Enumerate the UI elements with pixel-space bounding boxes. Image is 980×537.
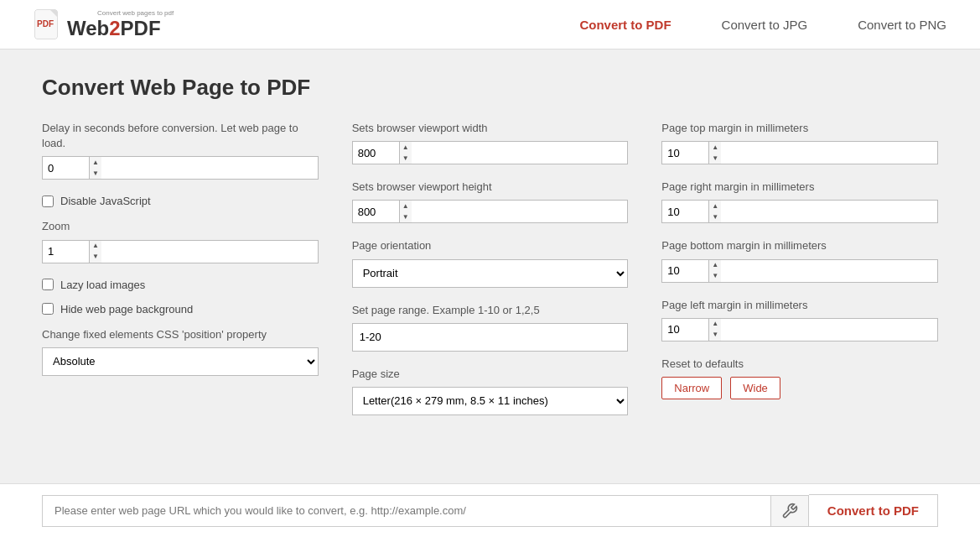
delay-increment[interactable]: ▲ bbox=[90, 157, 101, 168]
page-range-input[interactable]: 1-20 bbox=[352, 323, 629, 352]
right-margin-spinbox: ▲ ▼ bbox=[661, 200, 938, 223]
nav-convert-png[interactable]: Convert to PNG bbox=[858, 18, 946, 32]
page-range-label: Set page range. Example 1-10 or 1,2,5 bbox=[352, 303, 629, 318]
viewport-width-input[interactable] bbox=[353, 142, 399, 164]
col-1: Delay in seconds before conversion. Let … bbox=[42, 121, 319, 391]
nav-convert-jpg[interactable]: Convert to JPG bbox=[722, 18, 808, 32]
delay-label: Delay in seconds before conversion. Let … bbox=[42, 121, 319, 151]
reset-group: Reset to defaults Narrow Wide bbox=[661, 357, 938, 399]
right-margin-spin-btns: ▲ ▼ bbox=[708, 201, 721, 222]
hide-bg-label[interactable]: Hide web page background bbox=[60, 303, 193, 315]
zoom-input[interactable]: 1 bbox=[43, 241, 89, 263]
zoom-increment[interactable]: ▲ bbox=[90, 241, 101, 252]
zoom-label: Zoom bbox=[42, 219, 319, 234]
left-margin-input[interactable] bbox=[662, 319, 708, 341]
right-margin-label: Page right margin in millimeters bbox=[661, 180, 938, 195]
lazy-load-label[interactable]: Lazy load images bbox=[60, 279, 145, 291]
bottom-margin-spin-btns: ▲ ▼ bbox=[708, 260, 721, 282]
page-size-group: Page size Letter(216 × 279 mm, 8.5 × 11 … bbox=[352, 367, 629, 415]
lazy-load-checkbox[interactable] bbox=[42, 279, 54, 290]
viewport-height-spin-btns: ▲ ▼ bbox=[399, 201, 412, 222]
narrow-button[interactable]: Narrow bbox=[661, 377, 722, 399]
delay-spin-btns: ▲ ▼ bbox=[89, 157, 101, 179]
bottom-margin-spinbox: ▲ ▼ bbox=[661, 259, 938, 283]
hide-bg-checkbox[interactable] bbox=[42, 303, 54, 315]
disable-js-checkbox[interactable] bbox=[42, 196, 54, 207]
hide-bg-row: Hide web page background bbox=[42, 303, 319, 315]
delay-input[interactable]: 0 bbox=[43, 157, 89, 179]
lm-increment[interactable]: ▲ bbox=[709, 319, 721, 330]
page-size-label: Page size bbox=[352, 367, 629, 382]
viewport-width-label: Sets browser viewport width bbox=[352, 121, 629, 136]
left-margin-spin-btns: ▲ ▼ bbox=[708, 319, 721, 341]
orientation-select-wrap: Portrait Landscape bbox=[352, 259, 629, 288]
css-position-select-wrap: Absolute Static Relative Fixed bbox=[42, 347, 319, 376]
page-size-select[interactable]: Letter(216 × 279 mm, 8.5 × 11 inches) A4… bbox=[352, 387, 629, 415]
wide-button[interactable]: Wide bbox=[730, 377, 780, 399]
rm-decrement[interactable]: ▼ bbox=[709, 211, 721, 222]
reset-defaults: Narrow Wide bbox=[661, 377, 938, 399]
top-margin-group: Page top margin in millimeters ▲ ▼ bbox=[661, 121, 938, 164]
css-position-group: Change fixed elements CSS 'position' pro… bbox=[42, 327, 319, 376]
right-margin-group: Page right margin in millimeters ▲ ▼ bbox=[661, 180, 938, 223]
viewport-width-group: Sets browser viewport width ▲ ▼ bbox=[352, 121, 629, 164]
orientation-select[interactable]: Portrait Landscape bbox=[352, 259, 629, 288]
lazy-load-row: Lazy load images bbox=[42, 279, 319, 291]
col-3: Page top margin in millimeters ▲ ▼ Page … bbox=[661, 121, 938, 414]
delay-decrement[interactable]: ▼ bbox=[90, 168, 101, 179]
top-margin-input[interactable] bbox=[662, 142, 708, 164]
vw-increment[interactable]: ▲ bbox=[400, 142, 412, 153]
bottom-margin-group: Page bottom margin in millimeters ▲ ▼ bbox=[661, 238, 938, 282]
viewport-height-label: Sets browser viewport height bbox=[352, 180, 629, 195]
delay-spinbox: 0 ▲ ▼ bbox=[42, 156, 319, 180]
bottom-margin-label: Page bottom margin in millimeters bbox=[661, 238, 938, 253]
col-2: Sets browser viewport width ▲ ▼ Sets bro… bbox=[352, 121, 629, 430]
logo-tagline: Convert web pages to pdf bbox=[97, 9, 174, 17]
bm-increment[interactable]: ▲ bbox=[709, 260, 721, 271]
viewport-height-group: Sets browser viewport height ▲ ▼ bbox=[352, 180, 629, 223]
viewport-height-input[interactable] bbox=[353, 201, 399, 222]
bottom-margin-input[interactable] bbox=[662, 260, 708, 282]
right-margin-input[interactable] bbox=[662, 201, 708, 222]
page-range-group: Set page range. Example 1-10 or 1,2,5 1-… bbox=[352, 303, 629, 352]
top-margin-label: Page top margin in millimeters bbox=[661, 121, 938, 136]
left-margin-spinbox: ▲ ▼ bbox=[661, 318, 938, 341]
logo-pdf: PDF bbox=[121, 17, 161, 40]
delay-group: Delay in seconds before conversion. Let … bbox=[42, 121, 319, 180]
left-margin-label: Page left margin in millimeters bbox=[661, 298, 938, 313]
disable-js-label[interactable]: Disable JavaScript bbox=[60, 195, 151, 207]
orientation-label: Page orientation bbox=[352, 238, 629, 253]
orientation-group: Page orientation Portrait Landscape bbox=[352, 238, 629, 287]
viewport-height-spinbox: ▲ ▼ bbox=[352, 200, 629, 223]
bm-decrement[interactable]: ▼ bbox=[709, 271, 721, 282]
logo[interactable]: PDF Convert web pages to pdf Web 2 PDF bbox=[34, 8, 174, 40]
zoom-spinbox: 1 ▲ ▼ bbox=[42, 240, 319, 263]
viewport-width-spinbox: ▲ ▼ bbox=[352, 141, 629, 164]
zoom-decrement[interactable]: ▼ bbox=[90, 252, 101, 263]
logo-icon: PDF bbox=[34, 8, 64, 40]
lm-decrement[interactable]: ▼ bbox=[709, 330, 721, 341]
tm-decrement[interactable]: ▼ bbox=[709, 153, 721, 164]
css-position-label: Change fixed elements CSS 'position' pro… bbox=[42, 327, 319, 342]
page-title: Convert Web Page to PDF bbox=[42, 75, 938, 101]
zoom-spin-btns: ▲ ▼ bbox=[89, 241, 101, 263]
tm-increment[interactable]: ▲ bbox=[709, 142, 721, 153]
options-grid: Delay in seconds before conversion. Let … bbox=[42, 121, 938, 430]
top-margin-spin-btns: ▲ ▼ bbox=[708, 142, 721, 164]
vh-increment[interactable]: ▲ bbox=[400, 201, 412, 211]
top-margin-spinbox: ▲ ▼ bbox=[661, 141, 938, 164]
disable-js-row: Disable JavaScript bbox=[42, 195, 319, 207]
logo-web: Web bbox=[67, 17, 109, 40]
vw-decrement[interactable]: ▼ bbox=[400, 153, 412, 164]
vh-decrement[interactable]: ▼ bbox=[400, 211, 412, 222]
css-position-select[interactable]: Absolute Static Relative Fixed bbox=[42, 347, 319, 376]
rm-increment[interactable]: ▲ bbox=[709, 201, 721, 211]
viewport-width-spin-btns: ▲ ▼ bbox=[399, 142, 412, 164]
svg-text:PDF: PDF bbox=[37, 19, 54, 29]
logo-2: 2 bbox=[109, 17, 120, 40]
nav-convert-pdf[interactable]: Convert to PDF bbox=[579, 18, 671, 32]
page-size-select-wrap: Letter(216 × 279 mm, 8.5 × 11 inches) A4… bbox=[352, 387, 629, 415]
left-margin-group: Page left margin in millimeters ▲ ▼ bbox=[661, 298, 938, 341]
reset-label: Reset to defaults bbox=[661, 357, 938, 372]
main-nav: Convert to PDF Convert to JPG Convert to… bbox=[579, 18, 946, 32]
